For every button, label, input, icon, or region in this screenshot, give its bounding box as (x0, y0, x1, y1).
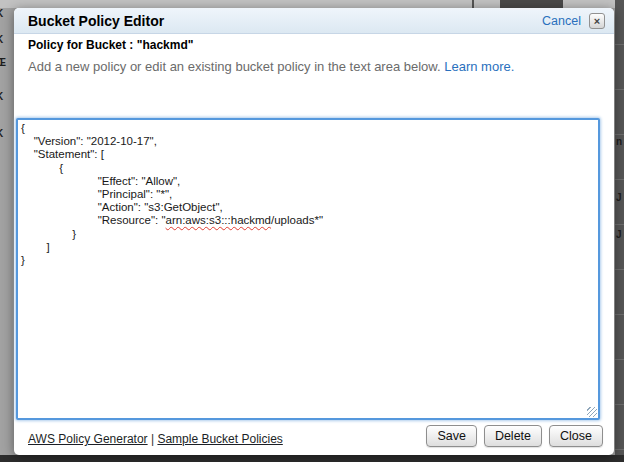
policy-line: "Version": "2012-10-17", (21, 135, 594, 148)
bucket-policy-editor-dialog: Bucket Policy Editor Cancel × Policy for… (14, 8, 614, 455)
links-separator: | (151, 432, 154, 446)
policy-line: "Effect": "Allow", (21, 175, 594, 188)
close-button[interactable]: Close (549, 425, 603, 447)
background-text-fragment: Œ (0, 58, 6, 68)
textarea-resize-grip-icon[interactable] (587, 407, 597, 417)
background-text-fragment: n (616, 137, 622, 147)
background-text-fragment: J (616, 230, 622, 240)
misspelled-arn-text: arn:aws:s3:::hackmd (166, 214, 271, 226)
background-text-fragment: K (0, 92, 3, 102)
resource-suffix: /uploads*" (271, 214, 323, 226)
policy-line: { (21, 162, 594, 175)
policy-line: { (21, 122, 594, 135)
save-button[interactable]: Save (426, 425, 477, 447)
resource-prefix: "Resource": " (21, 214, 166, 226)
bucket-heading: Policy for Bucket : "hackmd" (28, 38, 193, 52)
cancel-link[interactable]: Cancel (542, 14, 581, 28)
dialog-titlebar: Bucket Policy Editor Cancel × (14, 8, 614, 34)
background-text-fragment: K (0, 9, 3, 19)
dialog-close-x-button[interactable]: × (589, 13, 605, 29)
sample-bucket-policies-link[interactable]: Sample Bucket Policies (157, 432, 282, 446)
background-text-fragment: K (0, 35, 3, 45)
dialog-button-row: Save Delete Close (419, 425, 603, 447)
background-text-fragment: K (0, 129, 3, 139)
dialog-title: Bucket Policy Editor (28, 13, 542, 29)
screen: K K Œ K K n J J Bucket Policy Editor Can… (0, 0, 624, 462)
instructions-text: Add a new policy or edit an existing buc… (28, 59, 514, 74)
policy-line: "Statement": [ (21, 148, 594, 161)
policy-line-resource: "Resource": "arn:aws:s3:::hackmd/uploads… (21, 214, 594, 227)
background-page-dark-block (500, 0, 563, 8)
background-page-bottom (0, 455, 624, 462)
policy-line: "Principal": "*", (21, 188, 594, 201)
background-text-fragment: J (616, 193, 622, 203)
policy-line: ] (21, 241, 594, 254)
bucket-policy-textarea[interactable]: { "Version": "2012-10-17", "Statement": … (16, 118, 600, 420)
policy-line: } (21, 228, 594, 241)
policy-line: "Action": "s3:GetObject", (21, 201, 594, 214)
policy-line: } (21, 254, 594, 267)
aws-policy-generator-link[interactable]: AWS Policy Generator (28, 432, 148, 446)
close-x-icon: × (594, 15, 600, 27)
learn-more-link[interactable]: Learn more. (444, 59, 514, 74)
instructions-body: Add a new policy or edit an existing buc… (28, 59, 444, 74)
delete-button[interactable]: Delete (484, 425, 542, 447)
footer-links: AWS Policy Generator | Sample Bucket Pol… (28, 432, 283, 446)
background-page-divider (472, 0, 474, 8)
